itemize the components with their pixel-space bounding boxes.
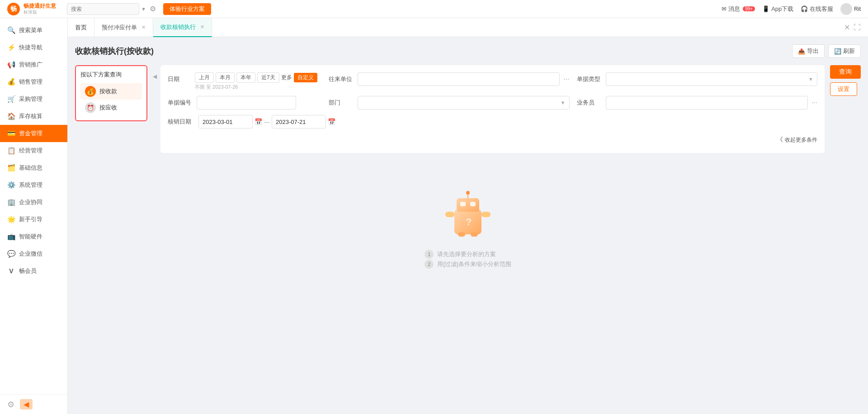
- date-more-link[interactable]: 更多: [281, 74, 292, 81]
- writeoff-date-start[interactable]: [198, 115, 253, 128]
- collapse-more-btn[interactable]: 《 收起更多条件: [168, 134, 817, 146]
- topbar-search-input[interactable]: [67, 3, 139, 15]
- partner-more-icon[interactable]: ···: [563, 75, 569, 83]
- message-icon: ✉: [722, 5, 726, 12]
- app-download-button[interactable]: 📱 App下载: [762, 5, 793, 13]
- sidebar-item-system[interactable]: ⚙️ 系统管理: [0, 176, 67, 194]
- tab-home[interactable]: 首页: [68, 18, 94, 37]
- megaphone-icon: 📢: [7, 61, 15, 69]
- download-icon: 📱: [762, 5, 769, 12]
- sidebar-item-sales[interactable]: 💰 销售管理: [0, 73, 67, 90]
- svg-rect-9: [471, 232, 478, 237]
- filter-row-1: 日期 上月 本月 本年 近7天 更多 自定义: [168, 72, 817, 90]
- sidebar-item-purchase[interactable]: 🛒 采购管理: [0, 90, 67, 108]
- settings-icon[interactable]: ⚙: [150, 5, 156, 13]
- staff-input-area[interactable]: [606, 96, 808, 109]
- sidebar-label-wechat: 企业微信: [19, 250, 42, 258]
- staff-more-icon[interactable]: ···: [811, 99, 817, 107]
- bottom-settings-icon[interactable]: ⚙: [7, 400, 14, 409]
- svg-rect-2: [460, 202, 466, 206]
- filter-area: 按以下方案查询 💰 按收款 ⏰ 按应收 ◀: [75, 65, 861, 153]
- calendar-start-icon[interactable]: 📅: [255, 118, 262, 125]
- search-icon: 🔍: [7, 26, 15, 34]
- sidebar-item-marketing[interactable]: 📢 营销推广: [0, 56, 67, 73]
- sidebar-item-finance[interactable]: 💳 资金管理: [0, 125, 67, 142]
- filter-row-3: 核销日期 📅 — 📅: [168, 115, 817, 128]
- partner-input[interactable]: [362, 76, 556, 83]
- chevron-down-icon: ▼: [141, 6, 146, 12]
- doctype-select[interactable]: ▼: [606, 72, 818, 86]
- sidebar-item-inventory[interactable]: 🏠 库存核算: [0, 108, 67, 125]
- sidebar-label-sales: 销售管理: [19, 78, 42, 86]
- date-this-month[interactable]: 本月: [216, 72, 235, 83]
- chevron-down-doctype-icon: ▼: [808, 76, 813, 82]
- sidebar-item-enterprise[interactable]: 🏢 企业协同: [0, 194, 67, 211]
- set-button[interactable]: 设置: [830, 82, 857, 96]
- tab-prepayment-label: 预付冲应付单: [102, 24, 137, 32]
- sidebar-label-finance: 资金管理: [19, 129, 42, 138]
- docno-filter-group: 单据编号: [168, 96, 321, 109]
- svg-rect-8: [458, 232, 465, 237]
- date-last-7days[interactable]: 近7天: [257, 72, 279, 83]
- message-button[interactable]: ✉ 消息 99+: [722, 5, 755, 13]
- sidebar-item-operation[interactable]: 📋 经营管理: [0, 142, 67, 159]
- warehouse-icon: 🏠: [7, 112, 15, 120]
- filter-item-by-receivable[interactable]: ⏰ 按应收: [80, 100, 142, 116]
- query-button[interactable]: 查询: [830, 65, 861, 79]
- tab-receipt-writeoff[interactable]: 收款核销执行 ✕: [153, 18, 212, 37]
- tabbar-actions: ✕ ⛶: [844, 23, 868, 32]
- filter-row-2: 单据编号 部门 ▼ 业务员: [168, 96, 817, 109]
- user-avatar-area[interactable]: Rit: [840, 3, 861, 15]
- partner-input-area[interactable]: [358, 72, 560, 86]
- page-title: 收款核销执行(按收款): [75, 46, 154, 57]
- sidebar-item-member[interactable]: V 畅会员: [0, 262, 67, 280]
- svg-rect-7: [481, 212, 491, 217]
- sidebar-item-quick-nav[interactable]: ⚡ 快捷导航: [0, 39, 67, 56]
- fullscreen-button[interactable]: ⛶: [854, 24, 861, 32]
- docno-input[interactable]: [197, 96, 296, 109]
- calendar-end-icon[interactable]: 📅: [328, 118, 335, 125]
- date-last-month[interactable]: 上月: [195, 72, 214, 83]
- date-custom-tag[interactable]: 自定义: [294, 73, 317, 82]
- close-all-tabs-button[interactable]: ✕: [844, 23, 850, 32]
- svg-rect-3: [470, 202, 476, 206]
- sidebar-collapse-icon[interactable]: ◀: [20, 399, 33, 409]
- tab-prepayment[interactable]: 预付冲应付单 ✕: [94, 18, 153, 37]
- solution-button[interactable]: 体验行业方案: [163, 3, 211, 15]
- export-button[interactable]: 📤 导出: [792, 44, 825, 58]
- left-filter-panel: 按以下方案查询 💰 按收款 ⏰ 按应收: [75, 65, 147, 121]
- username-label: Rit: [854, 6, 861, 12]
- filter-item-by-receipt[interactable]: 💰 按收款: [80, 83, 142, 100]
- online-service-label: 在线客服: [810, 5, 833, 13]
- tab-prepayment-close[interactable]: ✕: [142, 24, 146, 30]
- date-buttons-row: 上月 本月 本年 近7天 更多 自定义: [195, 72, 317, 83]
- refresh-button[interactable]: 🔄 刷新: [828, 44, 861, 58]
- page-actions: 📤 导出 🔄 刷新: [792, 44, 861, 58]
- online-service-button[interactable]: 🎧 在线客服: [801, 5, 833, 13]
- member-icon: V: [7, 267, 15, 275]
- date-options-area: 上月 本月 本年 近7天 更多 自定义 不限 至 2023-07-26: [195, 72, 317, 90]
- dept-select[interactable]: ▼: [358, 96, 570, 109]
- writeoff-date-label: 核销日期: [168, 115, 195, 128]
- brand-name: 畅捷通好生意: [24, 3, 56, 9]
- date-label: 日期: [168, 72, 195, 86]
- writeoff-date-end[interactable]: [272, 115, 326, 128]
- export-label: 导出: [807, 47, 819, 55]
- doctype-filter-group: 单据类型 ▼: [577, 72, 818, 86]
- enterprise-icon: 🏢: [7, 198, 15, 206]
- hint-text-2: 用[过滤]条件来缩小分析范围: [437, 260, 511, 268]
- brand-subtitle: 标准版: [24, 10, 56, 15]
- collapse-filter-arrow[interactable]: ◀: [151, 71, 159, 81]
- tabbar: 首页 预付冲应付单 ✕ 收款核销执行 ✕ ✕ ⛶: [68, 18, 868, 37]
- sidebar-item-search-menu[interactable]: 🔍 搜索菜单: [0, 22, 67, 39]
- date-this-year[interactable]: 本年: [236, 72, 255, 83]
- empty-state: ? 1 请先选择要分析的方案 2 用[过滤]条件来缩小分析范围: [75, 153, 861, 306]
- sidebar-item-wechat[interactable]: 💬 企业微信: [0, 245, 67, 262]
- staff-input[interactable]: [610, 100, 804, 106]
- sidebar-item-guide[interactable]: 🌟 新手引导: [0, 211, 67, 228]
- doctype-label: 单据类型: [577, 72, 604, 86]
- tab-receipt-writeoff-close[interactable]: ✕: [200, 24, 204, 30]
- tab-receipt-writeoff-label: 收款核销执行: [160, 23, 196, 31]
- sidebar-item-hardware[interactable]: 📺 智能硬件: [0, 228, 67, 245]
- sidebar-item-basic-info[interactable]: 🗂️ 基础信息: [0, 159, 67, 176]
